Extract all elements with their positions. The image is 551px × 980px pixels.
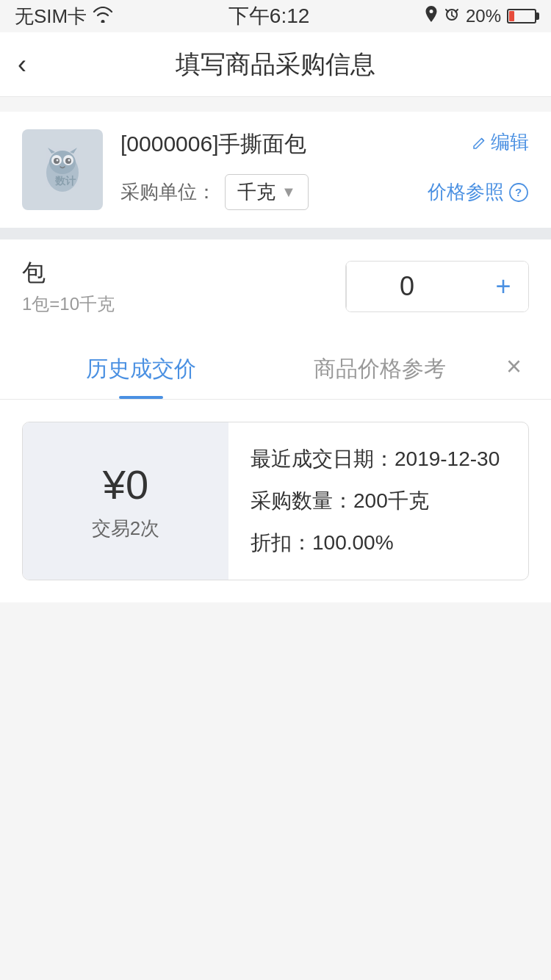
status-time: 下午6:12	[228, 2, 310, 30]
quantity-control: +	[345, 261, 529, 312]
section-divider	[0, 228, 551, 239]
quantity-input[interactable]	[346, 262, 478, 311]
carrier-text: 无SIM卡	[15, 4, 87, 29]
main-content-area	[0, 602, 551, 980]
tabs-panel: 历史成交价 商品价格参考 × ¥0 交易2次 最近成交日期：2019-12-30…	[0, 334, 551, 602]
quantity-row: 包 1包=10千克 +	[0, 239, 551, 334]
nav-bar: ‹ 填写商品采购信息	[0, 32, 551, 97]
unit-value: 千克	[237, 179, 276, 205]
product-info: [0000006]手撕面包 编辑 采购单位： 千克 ▼ 价格参照	[120, 129, 529, 210]
status-icons: 20%	[425, 6, 536, 26]
battery-percent: 20%	[466, 6, 501, 26]
help-icon: ?	[508, 182, 529, 203]
chevron-down-icon: ▼	[281, 184, 296, 201]
recent-date-value: 2019-12-30	[395, 447, 500, 470]
price-trade-count: 交易2次	[92, 516, 159, 541]
purchase-unit-row: 采购单位： 千克 ▼ 价格参照 ?	[120, 174, 529, 210]
discount-label: 折扣：	[251, 531, 312, 554]
status-bar: 无SIM卡 下午6:12 20%	[0, 0, 551, 32]
svg-text:数计: 数计	[54, 175, 76, 187]
edit-button[interactable]: 编辑	[472, 129, 529, 155]
wifi-icon	[93, 5, 113, 28]
status-carrier: 无SIM卡	[15, 4, 113, 29]
tabs-header: 历史成交价 商品价格参考 ×	[0, 334, 551, 400]
tab-content: ¥0 交易2次 最近成交日期：2019-12-30 采购数量：200千克 折扣：…	[0, 400, 551, 602]
svg-point-8	[68, 159, 71, 162]
alarm-icon	[444, 6, 460, 26]
price-amount: ¥0	[103, 461, 148, 508]
recent-date-item: 最近成交日期：2019-12-30	[251, 444, 506, 473]
purchase-qty-value: 200千克	[353, 489, 429, 512]
product-card: 数计 [0000006]手撕面包 编辑 采购单位： 千克 ▼	[0, 112, 551, 228]
back-button[interactable]: ‹	[18, 49, 26, 80]
quantity-unit-label: 包	[22, 257, 115, 289]
tab-close-button[interactable]: ×	[499, 351, 529, 382]
quantity-plus-button[interactable]: +	[478, 262, 528, 311]
unit-select[interactable]: 千克 ▼	[225, 174, 309, 210]
tab-history-price[interactable]: 历史成交价	[22, 334, 260, 399]
price-value: 0	[126, 461, 148, 508]
svg-text:?: ?	[515, 186, 522, 198]
price-ref-label: 价格参照	[428, 179, 504, 205]
tab-product-price-ref[interactable]: 商品价格参考	[260, 334, 498, 399]
price-ref-button[interactable]: 价格参照 ?	[428, 179, 529, 205]
purchase-qty-label: 采购数量：	[251, 489, 353, 512]
svg-point-7	[57, 159, 59, 162]
discount-item: 折扣：100.00%	[251, 528, 506, 557]
price-history-right: 最近成交日期：2019-12-30 采购数量：200千克 折扣：100.00%	[228, 422, 528, 580]
purchase-qty-item: 采购数量：200千克	[251, 486, 506, 515]
quantity-unit-ratio: 1包=10千克	[22, 292, 115, 316]
battery-icon	[507, 9, 536, 24]
page-title: 填写商品采购信息	[176, 48, 375, 82]
price-history-left: ¥0 交易2次	[23, 422, 228, 580]
location-icon	[425, 6, 438, 26]
product-title-row: [0000006]手撕面包 编辑	[120, 129, 529, 159]
discount-value: 100.00%	[312, 531, 394, 554]
currency-symbol: ¥	[103, 461, 126, 508]
edit-icon	[472, 134, 488, 151]
recent-date-label: 最近成交日期：	[251, 447, 395, 470]
product-image: 数计	[22, 129, 103, 210]
quantity-label-group: 包 1包=10千克	[22, 257, 115, 316]
product-title: [0000006]手撕面包	[120, 129, 306, 159]
purchase-unit-label: 采购单位：	[120, 179, 216, 205]
price-history-card: ¥0 交易2次 最近成交日期：2019-12-30 采购数量：200千克 折扣：…	[22, 422, 529, 580]
edit-label: 编辑	[491, 129, 529, 155]
